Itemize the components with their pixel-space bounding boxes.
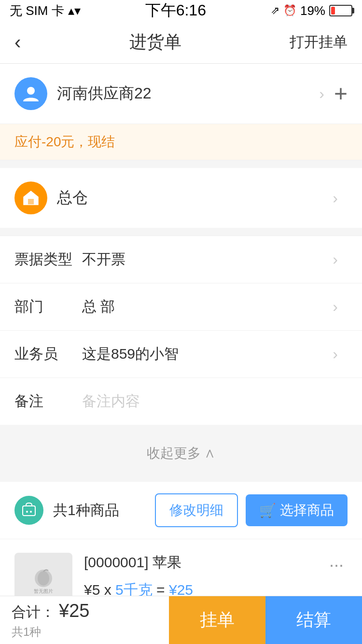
product-more-button[interactable]: ···: [325, 553, 348, 577]
warehouse-chevron-icon: ›: [333, 189, 338, 207]
collapse-label: 收起更多 ∧: [147, 444, 216, 462]
svg-rect-3: [23, 506, 35, 516]
product-name: [0000001] 苹果: [84, 553, 325, 573]
checkout-button[interactable]: 结算: [265, 596, 362, 644]
products-header: 共1种商品 修改明细 🛒 选择商品: [0, 482, 362, 539]
department-chevron-icon: ›: [333, 298, 338, 316]
cart-add-icon: 🛒: [259, 503, 276, 518]
supplier-chevron-icon: ›: [319, 85, 324, 103]
remark-row[interactable]: 备注 备注内容: [0, 378, 362, 425]
warehouse-row[interactable]: 总仓 ›: [0, 168, 362, 228]
location-icon: ⇗: [271, 4, 279, 17]
wifi-icon: ▴▾: [68, 3, 81, 18]
svg-rect-2: [28, 199, 34, 205]
battery-pct: 19%: [300, 3, 325, 18]
supplier-section: 河南供应商22 › + 应付-20元，现结: [0, 64, 362, 160]
total-sub: 共1种: [12, 624, 157, 640]
supplier-name: 河南供应商22: [57, 83, 319, 104]
salesperson-value: 这是859的小智: [82, 344, 333, 364]
collapse-button[interactable]: 收起更多 ∧: [0, 433, 362, 474]
status-right: ⇗ ⏰ 19%: [271, 3, 352, 18]
warehouse-icon-wrap: [14, 182, 47, 214]
supplier-row[interactable]: 河南供应商22 › +: [0, 64, 362, 124]
person-icon: [21, 84, 41, 103]
status-left: 无 SIM 卡 ▴▾: [10, 2, 81, 19]
invoice-value: 不开票: [82, 250, 333, 269]
product-info: [0000001] 苹果 ¥5 x 5千克 = ¥25: [84, 553, 325, 600]
svg-point-0: [27, 87, 35, 95]
svg-point-7: [38, 571, 49, 586]
status-time: 下午6:16: [145, 0, 206, 21]
hold-order-button[interactable]: 挂单: [169, 596, 265, 644]
select-product-button[interactable]: 🛒 选择商品: [246, 494, 348, 526]
back-button[interactable]: ‹: [14, 31, 21, 53]
invoice-label: 票据类型: [14, 250, 82, 269]
product-thumb-image: 暂无图片: [27, 565, 60, 599]
warehouse-name: 总仓: [57, 187, 333, 209]
salesperson-label: 业务员: [14, 344, 82, 364]
warehouse-section: 总仓 ›: [0, 168, 362, 228]
remark-label: 备注: [14, 392, 82, 411]
add-supplier-button[interactable]: +: [334, 82, 348, 105]
page-title: 进货单: [129, 30, 181, 54]
salesperson-chevron-icon: ›: [333, 345, 338, 363]
products-icon-wrap: [14, 496, 43, 525]
department-row[interactable]: 部门 总 部 ›: [0, 283, 362, 330]
department-value: 总 部: [82, 297, 333, 317]
svg-point-4: [26, 511, 28, 513]
modify-detail-button[interactable]: 修改明细: [155, 493, 238, 527]
svg-point-5: [30, 511, 32, 513]
form-section: 票据类型 不开票 › 部门 总 部 › 业务员 这是859的小智 › 备注 备注…: [0, 236, 362, 425]
battery-indicator: [329, 5, 352, 16]
supplier-avatar: [14, 77, 47, 110]
cart-icon: [21, 502, 37, 518]
department-label: 部门: [14, 297, 82, 317]
nav-bar: ‹ 进货单 打开挂单: [0, 21, 362, 64]
svg-text:暂无图片: 暂无图片: [34, 588, 53, 594]
salesperson-row[interactable]: 业务员 这是859的小智 ›: [0, 330, 362, 378]
carrier-label: 无 SIM 卡: [10, 2, 64, 19]
warehouse-icon: [22, 189, 40, 207]
products-count: 共1种商品: [53, 501, 155, 520]
payment-notice: 应付-20元，现结: [0, 124, 362, 160]
status-bar: 无 SIM 卡 ▴▾ 下午6:16 ⇗ ⏰ 19%: [0, 0, 362, 21]
total-label: 合计： ¥25: [12, 601, 157, 622]
invoice-chevron-icon: ›: [333, 251, 338, 268]
total-area: 合计： ¥25 共1种: [0, 596, 169, 644]
main-content: 河南供应商22 › + 应付-20元，现结 总仓 › 票据类型 不开票 ›: [0, 64, 362, 644]
bottom-bar: 合计： ¥25 共1种 挂单 结算: [0, 596, 362, 644]
invoice-row[interactable]: 票据类型 不开票 ›: [0, 236, 362, 283]
alarm-icon: ⏰: [283, 4, 296, 17]
open-hold-button[interactable]: 打开挂单: [290, 32, 348, 52]
remark-input[interactable]: 备注内容: [82, 392, 348, 411]
